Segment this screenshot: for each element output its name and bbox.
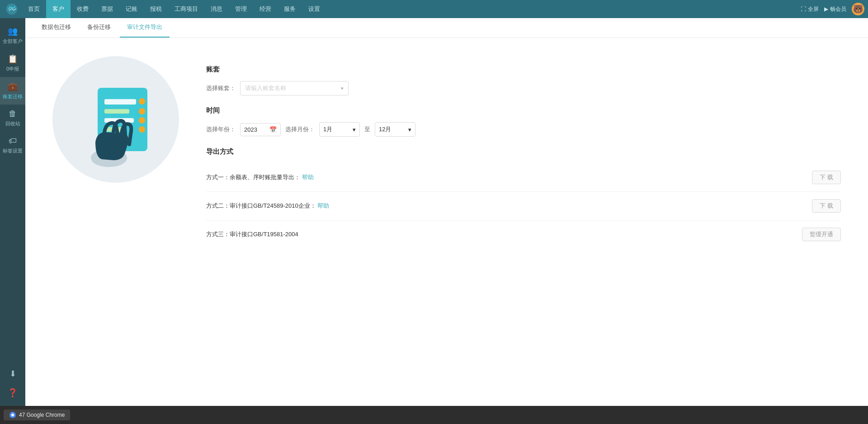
svg-point-8 [139, 117, 145, 124]
time-to-label: 至 [364, 125, 370, 133]
sidebar: 👥 全部客户 📋 0申报 💼 账套迁移 🗑 回收站 🏷 标签设置 ⬇ ❓ [0, 18, 25, 406]
main-layout: 👥 全部客户 📋 0申报 💼 账套迁移 🗑 回收站 🏷 标签设置 ⬇ ❓ 数据包… [0, 18, 868, 406]
taskbar-chrome-label: 47 Google Chrome [19, 412, 65, 418]
tag-icon: 🏷 [9, 136, 17, 146]
illustration [52, 56, 179, 183]
sidebar-item-zero-report[interactable]: 📋 0申报 [0, 49, 25, 77]
sidebar-label-all-customers: 全部客户 [3, 38, 23, 45]
sidebar-label-tag-settings: 标签设置 [3, 148, 23, 154]
sidebar-label-zero-report: 0申报 [6, 66, 19, 72]
month-end-select[interactable]: 12月 ▾ [375, 122, 415, 137]
time-section-title: 时间 [206, 106, 841, 115]
method1-download-button[interactable]: 下 载 [812, 171, 841, 184]
fullscreen-button[interactable]: ⛶ 全屏 [801, 5, 819, 13]
svg-rect-2 [104, 99, 136, 105]
method2-download-button[interactable]: 下 载 [812, 199, 841, 213]
method3-open-button[interactable]: 暂缓开通 [802, 228, 841, 241]
month-start-arrow: ▾ [353, 126, 356, 133]
sidebar-item-recycle[interactable]: 🗑 回收站 [0, 105, 25, 132]
top-nav: 首页 客户 收费 票据 记账 报税 工商项目 消息 管理 经营 服务 设置 ⛶ … [0, 0, 868, 18]
export-section-title: 导出方式 [206, 148, 841, 156]
account-select-arrow: ▾ [341, 86, 344, 91]
select-account-label: 选择账套： [206, 84, 236, 92]
top-nav-right: ⛶ 全屏 ▶ 畅会员 🐻 [801, 3, 864, 15]
tab-audit-export[interactable]: 审计文件导出 [120, 18, 170, 38]
account-section-title: 账套 [206, 65, 841, 74]
year-label: 选择年份： [206, 125, 236, 133]
svg-point-9 [139, 126, 145, 133]
nav-message[interactable]: 消息 [204, 0, 229, 18]
svg-point-12 [11, 414, 14, 416]
nav-accounting[interactable]: 记账 [119, 0, 144, 18]
avatar[interactable]: 🐻 [852, 3, 864, 15]
fullscreen-icon: ⛶ [801, 6, 806, 12]
top-nav-items: 首页 客户 收费 票据 记账 报税 工商项目 消息 管理 经营 服务 设置 [22, 0, 801, 18]
nav-tax[interactable]: 报税 [144, 0, 168, 18]
export-container: 账套 选择账套： 请输入账套名称 ▾ 时间 选择年份： 2023 [25, 38, 868, 406]
customers-icon: 👥 [8, 26, 18, 36]
nav-fee[interactable]: 收费 [71, 0, 95, 18]
nav-operation[interactable]: 经营 [253, 0, 278, 18]
sidebar-download-button[interactable]: ⬇ [9, 366, 16, 381]
sidebar-help-button[interactable]: ❓ [8, 385, 18, 400]
year-select[interactable]: 2023 📅 [240, 123, 281, 136]
sidebar-item-account-migration[interactable]: 💼 账套迁移 [0, 77, 25, 105]
member-icon: ▶ [824, 6, 828, 12]
nav-home[interactable]: 首页 [22, 0, 46, 18]
calendar-icon: 📅 [269, 126, 277, 133]
account-placeholder: 请输入账套名称 [245, 84, 286, 92]
method2-text: 方式二：审计接口GB/T24589-2010企业： 帮助 [206, 202, 329, 210]
year-value: 2023 [244, 126, 257, 133]
nav-service[interactable]: 服务 [278, 0, 302, 18]
recycle-icon: 🗑 [9, 109, 17, 119]
member-button[interactable]: ▶ 畅会员 [824, 5, 846, 13]
nav-customer[interactable]: 客户 [46, 0, 71, 18]
content-area: 数据包迁移 备份迁移 审计文件导出 [25, 18, 868, 406]
taskbar-chrome[interactable]: 47 Google Chrome [4, 410, 70, 420]
month-end-value: 12月 [379, 125, 391, 133]
nav-business[interactable]: 工商项目 [168, 0, 204, 18]
sidebar-item-tag-settings[interactable]: 🏷 标签设置 [0, 132, 25, 159]
zero-report-icon: 📋 [8, 54, 18, 64]
month-end-arrow: ▾ [408, 126, 411, 133]
export-method-2-row: 方式二：审计接口GB/T24589-2010企业： 帮助 下 载 [206, 192, 841, 220]
tab-backup-migration[interactable]: 备份迁移 [80, 18, 118, 38]
sidebar-bottom: ⬇ ❓ [0, 366, 25, 406]
month-start-value: 1月 [323, 125, 332, 133]
form-area: 账套 选择账套： 请输入账套名称 ▾ 时间 选择年份： 2023 [206, 56, 841, 248]
nav-settings[interactable]: 设置 [302, 0, 326, 18]
page-content: 账套 选择账套： 请输入账套名称 ▾ 时间 选择年份： 2023 [25, 38, 868, 406]
nav-manage[interactable]: 管理 [229, 0, 253, 18]
method1-help-link[interactable]: 帮助 [302, 174, 314, 181]
taskbar: 47 Google Chrome [0, 406, 868, 424]
sidebar-label-recycle: 回收站 [5, 120, 20, 127]
sidebar-item-all-customers[interactable]: 👥 全部客户 [0, 22, 25, 49]
time-form-row: 选择年份： 2023 📅 选择月份： 1月 ▾ 至 12月 [206, 122, 841, 137]
method2-help-link[interactable]: 帮助 [317, 202, 329, 209]
month-start-select[interactable]: 1月 ▾ [319, 122, 360, 137]
logo[interactable] [4, 1, 20, 17]
svg-point-7 [139, 108, 145, 114]
export-method-3-row: 方式三：审计接口GB/T19581-2004 暂缓开通 [206, 220, 841, 248]
month-label: 选择月份： [285, 125, 315, 133]
account-migration-icon: 💼 [8, 81, 18, 91]
export-method-1-row: 方式一：余额表、序时账批量导出： 帮助 下 载 [206, 163, 841, 192]
account-form-row: 选择账套： 请输入账套名称 ▾ [206, 81, 841, 95]
svg-point-6 [139, 98, 145, 105]
sub-tabs: 数据包迁移 备份迁移 审计文件导出 [25, 18, 868, 38]
illustration-wrap [52, 56, 179, 183]
method1-text: 方式一：余额表、序时账批量导出： 帮助 [206, 173, 314, 181]
account-select[interactable]: 请输入账套名称 ▾ [240, 81, 349, 95]
nav-invoice[interactable]: 票据 [95, 0, 119, 18]
sidebar-label-account-migration: 账套迁移 [3, 93, 23, 100]
svg-rect-3 [104, 109, 129, 114]
tab-data-migration[interactable]: 数据包迁移 [34, 18, 78, 38]
method3-text: 方式三：审计接口GB/T19581-2004 [206, 230, 298, 238]
chrome-icon [9, 411, 16, 419]
